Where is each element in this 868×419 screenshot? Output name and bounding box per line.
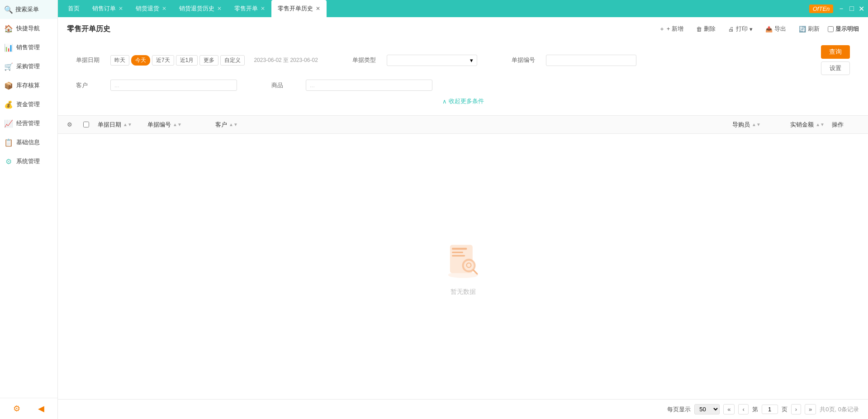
svg-point-6 — [464, 260, 474, 270]
empty-text: 暂无数据 — [451, 288, 476, 296]
svg-rect-4 — [452, 255, 465, 256]
next-page-button[interactable]: › — [791, 404, 801, 414]
maximize-btn[interactable]: □ — [849, 5, 854, 13]
tab-close-sales-return[interactable]: ✕ — [162, 5, 166, 12]
table-header: ⚙ 单据日期 ▲▼ 单据编号 ▲▼ 客户 ▲▼ 导购员 — [58, 116, 868, 134]
export-button[interactable]: 📤 导出 — [761, 23, 791, 35]
th-action: 操作 — [828, 121, 864, 129]
pagination: 每页显示 50 10 20 100 « ‹ 第 页 › » 共0页, 0条记录 — [58, 399, 868, 419]
export-icon: 📤 — [765, 26, 773, 33]
tab-close-sales-return-history[interactable]: ✕ — [217, 5, 222, 12]
minimize-btn[interactable]: － — [838, 4, 845, 14]
date-btn-last7days[interactable]: 近7天 — [152, 55, 174, 66]
add-icon: ＋ — [659, 25, 665, 33]
home-icon: 🏠 — [5, 24, 13, 33]
filter-date-buttons: 昨天 今天 近7天 近1月 更多 自定义 — [110, 55, 245, 66]
display-detail-checkbox-row[interactable]: 显示明细 — [828, 25, 859, 33]
page-header: 零售开单历史 ＋ + 新增 🗑 删除 🖨 打印 ▾ — [58, 17, 868, 116]
bill-no-input[interactable] — [546, 55, 636, 66]
client-placeholder: ... — [114, 82, 119, 89]
delete-button[interactable]: 🗑 删除 — [692, 23, 720, 35]
goods-placeholder: ... — [310, 82, 315, 89]
sidebar-item-label: 经营管理 — [16, 119, 40, 127]
tab-close-sales-order[interactable]: ✕ — [119, 5, 123, 12]
settings-bottom-icon[interactable]: ⚙ — [13, 404, 20, 414]
page-size-label: 每页显示 — [667, 405, 691, 414]
date-btn-more[interactable]: 更多 — [199, 55, 218, 66]
query-button[interactable]: 查询 — [821, 45, 850, 59]
date-btn-custom[interactable]: 自定义 — [220, 55, 245, 66]
delete-icon: 🗑 — [696, 26, 702, 33]
sidebar-item-operation[interactable]: 📈 经营管理 — [0, 114, 57, 133]
sidebar-item-label: 采购管理 — [16, 62, 40, 71]
page-size-select[interactable]: 50 10 20 100 — [694, 404, 720, 414]
chart-icon: 📊 — [5, 43, 13, 52]
page-title: 零售开单历史 — [67, 24, 110, 34]
sort-guide-icon: ▲▼ — [752, 122, 761, 127]
tab-close-retail-open[interactable]: ✕ — [261, 5, 265, 12]
prev-page-button[interactable]: ‹ — [738, 404, 748, 414]
tab-close-retail-open-history[interactable]: ✕ — [316, 5, 320, 12]
tab-sales-return[interactable]: 销货退货 ✕ — [129, 0, 173, 17]
date-filter-label: 单据日期 — [76, 56, 103, 64]
collapse-button[interactable]: ∧ 收起更多条件 — [442, 95, 484, 107]
table-select-all-checkbox[interactable] — [78, 122, 94, 127]
tab-sales-return-history[interactable]: 销货退货历史 ✕ — [173, 0, 228, 17]
sort-billno-icon: ▲▼ — [173, 122, 182, 127]
th-amount[interactable]: 实销金额 ▲▼ — [774, 121, 828, 129]
bill-no-label: 单据编号 — [512, 56, 539, 64]
client-select[interactable]: ... — [110, 80, 237, 91]
sidebar-item-system-mgmt[interactable]: ⚙ 系统管理 — [0, 152, 57, 171]
th-billno[interactable]: 单据编号 ▲▼ — [144, 121, 212, 129]
sort-amount-icon: ▲▼ — [816, 122, 825, 127]
goods-select[interactable]: ... — [306, 80, 432, 91]
collapse-sidebar-icon[interactable]: ◀ — [38, 404, 44, 414]
th-guide[interactable]: 导购员 ▲▼ — [729, 121, 774, 129]
tab-retail-open-history[interactable]: 零售开单历史 ✕ — [271, 0, 327, 17]
sidebar-item-inventory[interactable]: 📦 库存核算 — [0, 76, 57, 95]
empty-state: 暂无数据 — [58, 134, 868, 399]
sidebar-search[interactable]: 🔍 搜索采单 — [0, 0, 57, 19]
operation-icon: 📈 — [5, 119, 13, 127]
gear-icon: ⚙ — [5, 157, 13, 165]
table-container: ⚙ 单据日期 ▲▼ 单据编号 ▲▼ 客户 ▲▼ 导购员 — [58, 116, 868, 419]
sidebar-item-label: 基础信息 — [16, 138, 40, 146]
refresh-button[interactable]: 🔄 刷新 — [794, 23, 824, 35]
th-client[interactable]: 客户 ▲▼ — [212, 121, 729, 129]
add-button[interactable]: ＋ + 新增 — [655, 23, 688, 35]
cart-icon: 🛒 — [5, 62, 13, 71]
filter-row-client: 客户 ... 商品 ... — [76, 80, 850, 91]
sidebar-item-sales-mgmt[interactable]: 📊 销售管理 — [0, 38, 57, 57]
display-detail-label: 显示明细 — [835, 25, 859, 33]
page-number-input[interactable] — [762, 405, 778, 414]
client-label: 客户 — [76, 81, 103, 89]
bill-type-select[interactable]: ▾ — [387, 55, 477, 66]
sort-client-icon: ▲▼ — [229, 122, 238, 127]
print-button[interactable]: 🖨 打印 ▾ — [724, 23, 757, 35]
close-window-btn[interactable]: ✕ — [859, 5, 864, 13]
tab-sales-order[interactable]: 销售订单 ✕ — [86, 0, 129, 17]
sidebar-item-finance[interactable]: 💰 资金管理 — [0, 95, 57, 114]
first-page-button[interactable]: « — [723, 404, 735, 414]
date-btn-yesterday[interactable]: 昨天 — [110, 55, 129, 66]
date-btn-last1month[interactable]: 近1月 — [176, 55, 198, 66]
page-summary: 共0页, 0条记录 — [820, 405, 859, 414]
display-detail-checkbox[interactable] — [828, 26, 834, 32]
sidebar-item-basic-info[interactable]: 📋 基础信息 — [0, 133, 57, 152]
sidebar: 🔍 搜索采单 🏠 快捷导航 📊 销售管理 🛒 采购管理 📦 库存核算 💰 资金管… — [0, 0, 58, 419]
sidebar-item-quick-nav[interactable]: 🏠 快捷导航 — [0, 19, 57, 38]
box-icon: 📦 — [5, 81, 13, 89]
svg-rect-3 — [452, 251, 463, 253]
date-btn-today[interactable]: 今天 — [131, 55, 150, 66]
table-settings-icon[interactable]: ⚙ — [62, 121, 78, 128]
sidebar-item-purchase-mgmt[interactable]: 🛒 采购管理 — [0, 57, 57, 76]
th-date[interactable]: 单据日期 ▲▼ — [94, 121, 144, 129]
last-page-button[interactable]: » — [805, 404, 816, 414]
main-content: 首页 销售订单 ✕ 销货退货 ✕ 销货退货历史 ✕ 零售开单 ✕ 零售开单历史 … — [58, 0, 868, 419]
tab-retail-open[interactable]: 零售开单 ✕ — [228, 0, 271, 17]
tab-home[interactable]: 首页 — [62, 0, 86, 17]
sidebar-item-label: 资金管理 — [16, 100, 40, 108]
select-all-input[interactable] — [83, 122, 89, 127]
setting-button[interactable]: 设置 — [821, 61, 850, 75]
filter-row-date: 单据日期 昨天 今天 近7天 近1月 更多 自定义 2023-06-02 至 2… — [76, 45, 850, 75]
